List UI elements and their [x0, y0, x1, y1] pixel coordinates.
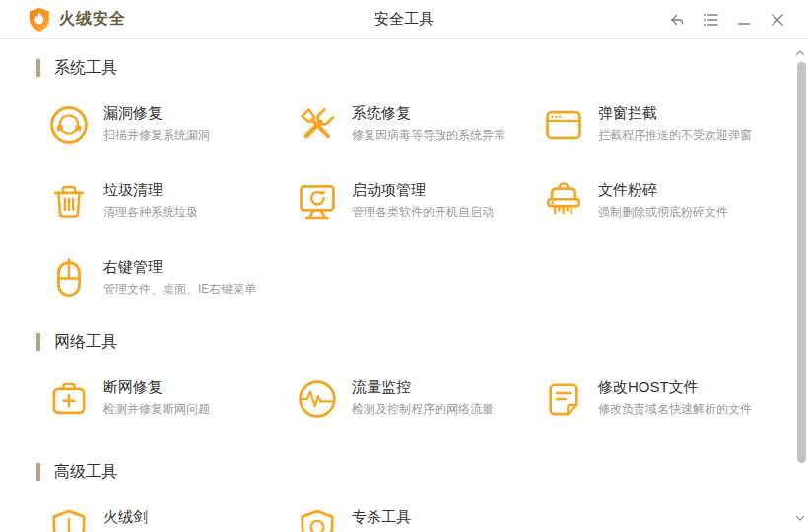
- app-name: 火绒安全: [59, 9, 126, 30]
- tool-desc: 修复因病毒等导致的系统异常: [352, 128, 505, 143]
- tool-title: 火绒剑: [103, 507, 148, 526]
- advanced-tools-grid: 火绒剑 专杀工具: [47, 504, 808, 532]
- app-logo: 火绒安全: [0, 7, 126, 33]
- tool-item-vulnerability-fix[interactable]: 漏洞修复 扫描并修复系统漏洞: [47, 100, 296, 150]
- section-title: 系统工具: [54, 58, 117, 79]
- tool-title: 系统修复: [352, 103, 505, 122]
- section-header-network-tools: 网络工具: [36, 331, 808, 353]
- tool-title: 漏洞修复: [103, 103, 210, 122]
- tool-item-startup-manager[interactable]: 启动项管理 管理各类软件的开机自启动: [296, 177, 542, 227]
- tool-item-right-click-manager[interactable]: 右键管理 管理文件、桌面、IE右键菜单: [47, 254, 296, 303]
- popup-blocker-icon: [542, 103, 585, 147]
- tool-desc: 清理各种系统垃圾: [103, 205, 198, 220]
- tool-title: 修改HOST文件: [598, 377, 752, 396]
- scrollbar-thumb[interactable]: [797, 62, 806, 463]
- tool-title: 断网修复: [103, 377, 210, 396]
- scrollbar-up-arrow[interactable]: [791, 45, 808, 61]
- menu-list-icon[interactable]: [694, 0, 727, 39]
- window-controls: [660, 0, 808, 39]
- startup-manager-icon: [296, 180, 339, 224]
- network-repair-icon: [47, 377, 91, 421]
- tool-desc: 拦截程序推送的不受欢迎弹窗: [598, 128, 752, 143]
- special-removal-shield-icon: [296, 507, 339, 532]
- tool-item-system-repair[interactable]: 系统修复 修复因病毒等导致的系统异常: [296, 100, 542, 150]
- tool-desc: 强制删除或彻底粉碎文件: [598, 205, 728, 220]
- right-click-manager-icon: [47, 257, 91, 300]
- back-icon[interactable]: [660, 0, 694, 39]
- system-tools-grid: 漏洞修复 扫描并修复系统漏洞 系统修复 修复因病毒等导致的系统异常: [47, 100, 808, 303]
- close-icon[interactable]: [761, 0, 794, 39]
- section-accent-bar: [36, 59, 40, 77]
- tool-desc: 扫描并修复系统漏洞: [103, 128, 210, 143]
- tool-item-file-shredder[interactable]: 文件粉碎 强制删除或彻底粉碎文件: [542, 177, 808, 227]
- tools-page: 系统工具 漏洞修复 扫描并修复系统漏洞: [0, 39, 808, 532]
- section-accent-bar: [36, 463, 40, 481]
- tool-desc: 管理各类软件的开机自启动: [352, 205, 494, 220]
- huorong-shield-flame-icon: [28, 7, 51, 33]
- tool-title: 弹窗拦截: [598, 103, 752, 122]
- tool-title: 流量监控: [352, 377, 494, 396]
- tool-title: 专杀工具: [352, 507, 411, 526]
- tool-item-traffic-monitor[interactable]: 流量监控 检测及控制程序的网络流量: [296, 374, 542, 424]
- scrollbar[interactable]: [791, 39, 808, 532]
- host-file-icon: [542, 377, 585, 421]
- tool-title: 右键管理: [103, 257, 256, 276]
- tool-desc: 检测并修复断网问题: [103, 402, 210, 417]
- tool-item-popup-blocker[interactable]: 弹窗拦截 拦截程序推送的不受欢迎弹窗: [542, 100, 808, 150]
- tool-desc: 检测及控制程序的网络流量: [352, 402, 494, 417]
- section-title: 网络工具: [54, 332, 117, 353]
- section-header-advanced-tools: 高级工具: [36, 461, 808, 483]
- tool-item-junk-clean[interactable]: 垃圾清理 清理各种系统垃圾: [47, 177, 296, 227]
- system-repair-icon: [296, 103, 339, 147]
- tool-item-host-file[interactable]: 修改HOST文件 修改负责域名快速解析的文件: [542, 374, 808, 424]
- tool-title: 垃圾清理: [103, 180, 198, 199]
- vulnerability-fix-icon: [47, 103, 91, 147]
- tool-item-network-repair[interactable]: 断网修复 检测并修复断网问题: [47, 374, 296, 424]
- titlebar: 火绒安全 安全工具: [0, 0, 808, 39]
- minimize-icon[interactable]: [727, 0, 761, 39]
- huorong-sword-shield-icon: [47, 507, 91, 532]
- tool-title: 启动项管理: [352, 180, 494, 199]
- section-header-system-tools: 系统工具: [36, 57, 808, 79]
- tool-desc: 管理文件、桌面、IE右键菜单: [103, 282, 256, 297]
- section-accent-bar: [36, 333, 40, 351]
- scrollbar-down-arrow[interactable]: [791, 510, 808, 526]
- junk-clean-icon: [47, 180, 91, 224]
- network-tools-grid: 断网修复 检测并修复断网问题 流量监控 检测及控制程序的网络流量 修改HOST文…: [47, 374, 808, 424]
- tool-item-special-removal[interactable]: 专杀工具: [296, 504, 542, 532]
- file-shredder-icon: [542, 180, 585, 224]
- traffic-monitor-icon: [296, 377, 339, 421]
- tool-desc: 修改负责域名快速解析的文件: [598, 402, 752, 417]
- tool-title: 文件粉碎: [598, 180, 728, 199]
- tool-item-huorong-sword[interactable]: 火绒剑: [47, 504, 296, 532]
- section-title: 高级工具: [54, 462, 117, 483]
